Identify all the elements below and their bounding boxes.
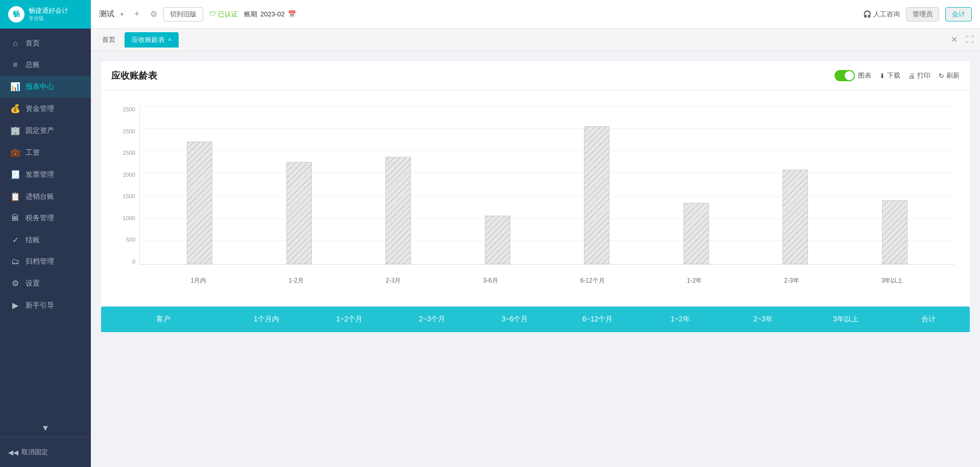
y-label-2500-top: 2500 (123, 106, 135, 112)
sidebar-footer: ◀◀ 取消固定 (0, 437, 91, 467)
support-label: 人工咨询 (873, 10, 900, 19)
sidebar-item-payroll[interactable]: 💼 工资 (0, 142, 91, 164)
certified-badge: 🛡 已认证 (209, 10, 238, 19)
cancel-fixed-label: 取消固定 (21, 448, 48, 457)
add-workspace-btn[interactable]: + (130, 7, 144, 21)
x-label-1m: 1月内 (191, 276, 207, 285)
settings-icon: ⚙ (10, 278, 20, 288)
expand-icon[interactable]: ⛶ (964, 33, 976, 46)
refresh-btn[interactable]: ↻ 刷新 (939, 71, 960, 80)
sidebar-item-settlement[interactable]: ✓ 结账 (0, 229, 91, 251)
period-info: 账期 2023-02 📅 (244, 10, 296, 19)
sidebar-label-purchase-sales: 进销台账 (26, 192, 54, 201)
x-label-2-3m: 2-3月 (386, 276, 401, 285)
tab-home-label: 首页 (102, 36, 115, 43)
print-icon: 🖨 (909, 72, 915, 80)
bar-2-3m (385, 157, 411, 264)
refresh-icon: ↻ (939, 72, 944, 80)
sidebar-scroll-down[interactable]: ▼ (0, 419, 91, 437)
bar-1m (187, 142, 212, 264)
x-label-3y-plus: 3年以上 (881, 276, 903, 285)
x-label-1-2y: 1-2年 (687, 276, 702, 285)
sidebar-item-settings[interactable]: ⚙ 设置 (0, 272, 91, 294)
logo-text-block: 畅捷通好会计 专业版 (29, 7, 68, 22)
tab-home[interactable]: 首页 (95, 32, 122, 48)
sidebar-label-settings: 设置 (26, 279, 40, 288)
sidebar-item-guide[interactable]: ▶ 新手引导 (0, 294, 91, 316)
tab-ar-aging[interactable]: 应收账龄表 × (125, 32, 179, 48)
period-value: 2023-02 (260, 10, 285, 18)
assets-icon: 🏢 (10, 126, 20, 135)
sidebar-item-invoice-mgmt[interactable]: 🧾 发票管理 (0, 164, 91, 185)
page-header: 应收账龄表 图表 ⬇ 下载 🖨 打印 ↻ 刷新 (101, 61, 970, 90)
tab-close-icon[interactable]: × (168, 36, 172, 43)
workspace-dropdown-icon[interactable]: ▾ (120, 11, 124, 18)
sidebar-label-general-ledger: 总账 (26, 60, 40, 69)
main-content: 测试 ▾ + ⚙ 切到旧版 🛡 已认证 账期 2023-02 📅 🎧 人工咨询 … (91, 0, 980, 467)
th-3y-plus: 3年以上 (804, 307, 887, 332)
chart-toggle-wrapper: 图表 (835, 70, 871, 81)
topbar: 测试 ▾ + ⚙ 切到旧版 🛡 已认证 账期 2023-02 📅 🎧 人工咨询 … (91, 0, 980, 29)
th-customer: 客户 (101, 307, 225, 332)
y-axis: 2500 2500 2500 2000 1500 1000 500 0 (111, 106, 139, 265)
sidebar-label-invoice-mgmt: 发票管理 (26, 170, 54, 179)
sidebar-label-fund-mgmt: 资金管理 (26, 104, 54, 113)
settings-gear-icon[interactable]: ⚙ (150, 9, 157, 19)
pin-icon: ◀◀ (8, 449, 18, 456)
support-btn[interactable]: 🎧 人工咨询 (863, 10, 900, 19)
th-2-3m: 2~3个月 (390, 307, 473, 332)
user-btn[interactable]: 管理员 (906, 7, 939, 21)
sidebar-item-tax-mgmt[interactable]: 🏛 税务管理 (0, 207, 91, 229)
bar-group-2-3y (782, 170, 808, 264)
download-label: 下载 (887, 71, 900, 80)
cancel-fixed-btn[interactable]: ◀◀ 取消固定 (0, 442, 91, 462)
sidebar-label-report-center: 报表中心 (26, 82, 54, 91)
sidebar-label-tax-mgmt: 税务管理 (26, 214, 54, 223)
y-label-500: 500 (126, 237, 135, 243)
headphone-icon: 🎧 (863, 10, 871, 18)
switch-version-btn[interactable]: 切到旧版 (163, 7, 203, 21)
th-1m: 1个月内 (225, 307, 308, 332)
download-btn[interactable]: ⬇ 下载 (879, 71, 900, 80)
print-btn[interactable]: 🖨 打印 (909, 71, 930, 80)
tabbar-icons: ✕ ⛶ (949, 33, 976, 46)
bar-group-1-2y (683, 203, 709, 264)
y-label-1000: 1000 (123, 215, 135, 221)
bar-group-2-3m (385, 157, 411, 264)
sidebar-item-home[interactable]: ⌂ 首页 (0, 33, 91, 54)
calendar-icon[interactable]: 📅 (288, 10, 296, 18)
sidebar-item-fixed-assets[interactable]: 🏢 固定资产 (0, 120, 91, 142)
bar-6-12m (584, 126, 609, 264)
role-btn[interactable]: 会计 (945, 7, 972, 21)
payroll-icon: 💼 (10, 148, 20, 157)
invoice-icon: 🧾 (10, 170, 20, 179)
bar-group-6-12m (584, 126, 609, 264)
sidebar-label-payroll: 工资 (26, 148, 40, 157)
th-total: 合计 (887, 307, 970, 332)
x-label-1-2m: 1-2月 (288, 276, 303, 285)
close-window-icon[interactable]: ✕ (949, 33, 960, 46)
y-label-2500-3: 2500 (123, 150, 135, 156)
bar-group-1m (187, 142, 212, 264)
sidebar-item-archive[interactable]: 🗂 归档管理 (0, 251, 91, 272)
sidebar-item-purchase-sales[interactable]: 📋 进销台账 (0, 185, 91, 207)
sidebar-logo: 畅 畅捷通好会计 专业版 (0, 0, 91, 29)
x-label-6-12m: 6-12个月 (580, 276, 605, 285)
sidebar-item-general-ledger[interactable]: ≡ 总账 (0, 54, 91, 76)
report-icon: 📊 (10, 82, 20, 91)
data-table: 客户 1个月内 1~2个月 2~3个月 3~6个月 6~12个月 1~2年 2~… (101, 307, 970, 332)
tab-ar-aging-label: 应收账龄表 (132, 35, 165, 44)
refresh-label: 刷新 (946, 71, 960, 80)
th-2-3y: 2~3年 (722, 307, 804, 332)
sidebar-nav: ⌂ 首页 ≡ 总账 📊 报表中心 💰 资金管理 🏢 固定资产 💼 工资 🧾 发票… (0, 29, 91, 419)
sidebar-item-fund-mgmt[interactable]: 💰 资金管理 (0, 98, 91, 120)
chart-toggle-label: 图表 (858, 71, 871, 80)
app-name: 畅捷通好会计 (29, 7, 68, 15)
y-label-0: 0 (132, 259, 135, 265)
sidebar-label-home: 首页 (26, 39, 40, 48)
sidebar-label-fixed-assets: 固定资产 (26, 126, 54, 135)
chart-toggle[interactable] (835, 70, 855, 81)
bar-3y-plus (882, 200, 908, 264)
period-label: 账期 (244, 10, 257, 19)
sidebar-item-report-center[interactable]: 📊 报表中心 (0, 76, 91, 98)
